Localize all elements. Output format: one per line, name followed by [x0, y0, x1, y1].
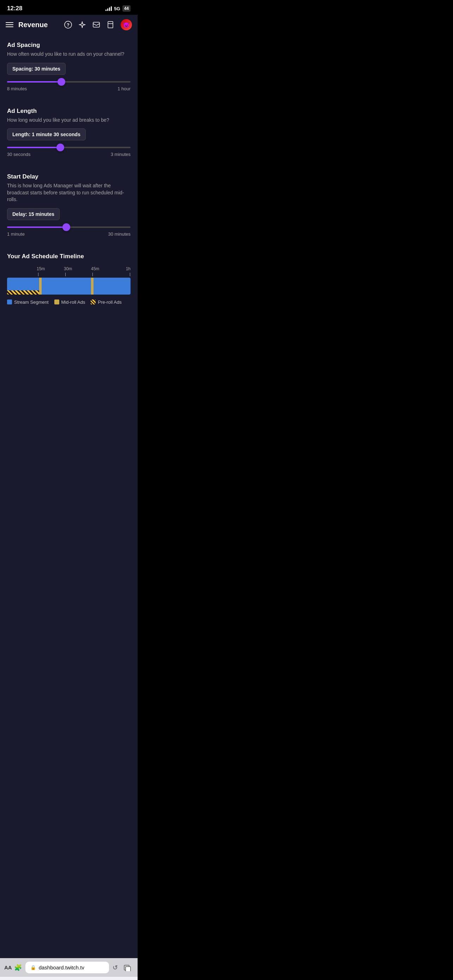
inbox-icon[interactable] — [92, 21, 100, 29]
timeline-legend: Stream Segment Mid-roll Ads Pre-roll Ads — [7, 299, 130, 305]
ad-length-min-label: 30 seconds — [7, 152, 31, 157]
timeline-label-30m: 30m — [64, 266, 72, 271]
timeline-title: Your Ad Schedule Timeline — [7, 253, 130, 260]
ad-length-desc: How long would you like your ad breaks t… — [7, 117, 130, 124]
hamburger-line-3 — [6, 27, 13, 27]
ad-spacing-thumb[interactable] — [57, 78, 65, 86]
nav-icons: ? 😈 — [64, 19, 132, 30]
timeline-ticks — [7, 273, 130, 276]
signal-5g-label: 5G — [114, 6, 120, 11]
ad-length-section: Ad Length How long would you like your a… — [0, 100, 138, 161]
status-right: 5G 44 — [105, 5, 130, 12]
svg-rect-2 — [93, 22, 100, 27]
preroll-overlay — [7, 290, 39, 294]
hamburger-line-1 — [6, 22, 13, 23]
segment-stream-3 — [94, 278, 130, 294]
main-content: Ad Spacing How often would you like to r… — [0, 35, 138, 958]
ad-spacing-slider[interactable] — [7, 81, 130, 83]
ad-spacing-fill — [7, 81, 61, 83]
legend-preroll-label: Pre-roll Ads — [98, 299, 121, 305]
svg-text:?: ? — [67, 22, 70, 27]
legend-midroll-label: Mid-roll Ads — [61, 299, 85, 305]
start-delay-fill — [7, 226, 66, 228]
ad-length-value: 1 minute 30 seconds — [32, 132, 80, 137]
signal-bar-4 — [111, 6, 112, 11]
start-delay-section: Start Delay This is how long Ads Manager… — [0, 166, 138, 240]
svg-rect-3 — [108, 22, 113, 28]
tick-45m — [92, 273, 93, 276]
hamburger-line-2 — [6, 24, 13, 25]
start-delay-track — [7, 226, 130, 228]
signal-bar-3 — [109, 7, 110, 11]
tick-1h — [130, 273, 130, 276]
battery-indicator: 44 — [122, 5, 130, 12]
start-delay-labels: 1 minute 30 minutes — [7, 231, 130, 237]
avatar[interactable]: 😈 — [121, 19, 132, 30]
nav-header: Revenue ? 😈 — [0, 15, 138, 35]
timeline-axis: 15m 30m 45m 1h — [7, 266, 130, 273]
browser-aa-controls[interactable]: AA 🧩 — [4, 964, 22, 972]
ad-spacing-min-label: 8 minutes — [7, 86, 27, 91]
legend-stream-segment: Stream Segment — [7, 299, 49, 305]
legend-stream-color — [7, 299, 12, 304]
browser-aa-label[interactable]: AA — [4, 964, 12, 970]
tick-30m — [65, 273, 66, 276]
start-delay-max-label: 30 minutes — [108, 231, 130, 237]
ad-length-badge: Length: 1 minute 30 seconds — [7, 129, 86, 140]
ad-spacing-badge-prefix: Spacing: — [12, 66, 35, 72]
browser-bottom-nav — [0, 977, 138, 980]
ad-spacing-labels: 8 minutes 1 hour — [7, 86, 130, 91]
segment-stream-2 — [41, 278, 91, 294]
start-delay-badge-prefix: Delay: — [12, 211, 29, 217]
ad-length-badge-prefix: Length: — [12, 132, 32, 137]
tick-15m — [38, 273, 38, 276]
lock-icon: 🔒 — [30, 965, 36, 970]
legend-midroll-color — [54, 299, 59, 304]
ad-spacing-track — [7, 81, 130, 83]
ad-length-fill — [7, 147, 60, 148]
ad-length-labels: 30 seconds 3 minutes — [7, 152, 130, 157]
ad-spacing-max-label: 1 hour — [118, 86, 130, 91]
browser-bar: AA 🧩 🔒 dashboard.twitch.tv ↺ — [0, 958, 138, 977]
sparkle-icon[interactable] — [78, 21, 86, 29]
bookmark-icon[interactable] — [106, 21, 114, 29]
timeline-section: Your Ad Schedule Timeline 15m 30m 45m 1h — [0, 246, 138, 308]
start-delay-thumb[interactable] — [62, 223, 70, 231]
segment-midroll-1 — [39, 278, 41, 294]
help-icon[interactable]: ? — [64, 21, 72, 29]
status-time: 12:28 — [7, 5, 22, 12]
start-delay-desc: This is how long Ads Manager will wait a… — [7, 182, 130, 203]
timeline-label-15m: 15m — [37, 266, 45, 271]
ad-length-track — [7, 147, 130, 148]
page-title: Revenue — [18, 21, 59, 29]
ad-length-title: Ad Length — [7, 108, 130, 115]
signal-bars-icon — [105, 6, 112, 11]
browser-puzzle-icon[interactable]: 🧩 — [14, 964, 22, 972]
legend-preroll-ads: Pre-roll Ads — [91, 299, 121, 305]
browser-new-tab-button[interactable] — [121, 962, 134, 973]
browser-url-text[interactable]: dashboard.twitch.tv — [39, 964, 104, 970]
timeline-label-45m: 45m — [91, 266, 99, 271]
timeline-label-1h: 1h — [126, 266, 130, 271]
hamburger-menu-button[interactable] — [6, 22, 13, 27]
ad-spacing-value: 30 minutes — [35, 66, 60, 72]
start-delay-slider[interactable] — [7, 226, 130, 228]
ad-length-slider[interactable] — [7, 147, 130, 148]
ad-spacing-badge: Spacing: 30 minutes — [7, 63, 66, 75]
battery-level: 44 — [124, 6, 129, 11]
ad-spacing-section: Ad Spacing How often would you like to r… — [0, 35, 138, 95]
status-bar: 12:28 5G 44 — [0, 0, 138, 15]
segment-midroll-2 — [91, 278, 94, 294]
browser-reload-button[interactable]: ↺ — [113, 964, 118, 972]
ad-spacing-title: Ad Spacing — [7, 41, 130, 49]
browser-url-bar[interactable]: 🔒 dashboard.twitch.tv — [25, 962, 109, 973]
ad-length-thumb[interactable] — [56, 143, 64, 151]
legend-preroll-color — [91, 299, 95, 304]
start-delay-badge: Delay: 15 minutes — [7, 208, 60, 220]
ad-length-max-label: 3 minutes — [111, 152, 130, 157]
signal-bar-2 — [107, 8, 108, 11]
legend-stream-label: Stream Segment — [14, 299, 49, 305]
signal-bar-1 — [105, 10, 106, 11]
start-delay-title: Start Delay — [7, 173, 130, 180]
svg-rect-5 — [126, 967, 130, 971]
